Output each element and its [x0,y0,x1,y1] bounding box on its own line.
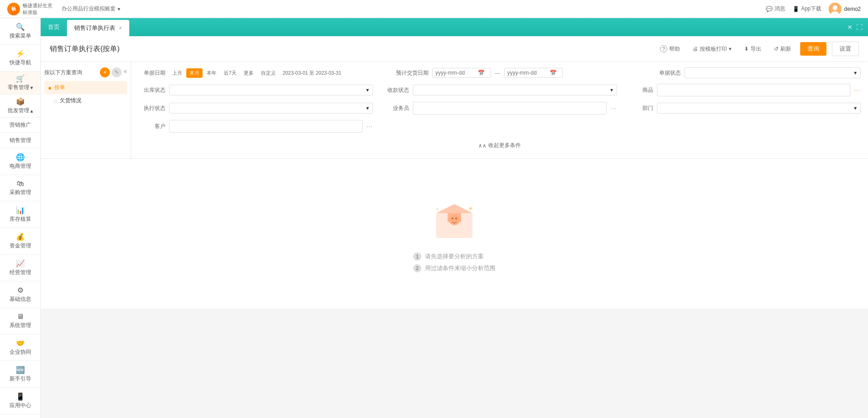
retail-icon: 🛒 [16,74,25,83]
query-button[interactable]: 查询 [800,42,826,56]
delivery-date-end[interactable]: 📅 [504,68,563,78]
exec-status-field: 执行状态 ▾ [138,103,373,114]
app-download-button[interactable]: 📱 App下载 [793,5,821,13]
scheme-item-by-order[interactable]: ● 按单 [44,81,127,94]
sidebar-item-marketing[interactable]: 营销推广 [0,118,40,133]
customer-input[interactable] [169,120,363,133]
svg-text:✦: ✦ [435,207,439,212]
sidebar-item-new-guide[interactable]: 🆕 新手引导 [0,361,40,388]
finance-icon: 💰 [16,233,25,241]
print-dropdown-icon: ▾ [729,46,731,52]
sidebar-item-wholesale[interactable]: 📦 批发管理 ▴ [0,95,40,118]
tab-close-button[interactable]: × [119,25,122,31]
custom-btn[interactable]: 自定义 [258,68,279,78]
tab-expand-icon[interactable]: ⛶ [856,24,863,31]
sidebar-item-search[interactable]: 🔍 搜索菜单 [0,18,40,45]
payment-status-field: 收款状态 ▾ [382,85,617,95]
salesperson-dots-button[interactable]: ··· [610,104,617,112]
delivery-date-start-input[interactable] [435,70,476,76]
order-status-dropdown-icon: ▾ [854,70,857,76]
breadcrumb-dropdown-icon[interactable]: ▾ [118,6,120,12]
operation-icon: 📈 [16,259,25,268]
salesperson-field: 业务员 ··· [382,102,617,114]
sidebar-item-sales-mgmt[interactable]: 销售管理 [0,133,40,148]
sidebar-item-quick-nav[interactable]: ⚡ 快捷导航 [0,45,40,71]
tab-active[interactable]: 销售订单执行表 × [67,20,129,36]
header-left: 畅 畅捷通好生意 标准版 办公用品行业模拟账套 ▾ [7,2,120,15]
date-dash: — [495,70,500,76]
tab-home[interactable]: 首页 [41,18,67,36]
collapse-scheme-button[interactable]: « [123,67,127,77]
logo-text: 畅捷通好生意 标准版 [23,2,52,15]
scheme-item-shortage[interactable]: ○ 欠货情况 [44,94,127,107]
export-button[interactable]: ⬇ 导出 [741,43,765,55]
svg-text:✦: ✦ [468,205,473,212]
this-month-btn[interactable]: 本月 [186,68,203,78]
export-icon: ⬇ [744,46,749,52]
wholesale-expand-icon: ▴ [30,108,33,114]
sidebar-item-retail[interactable]: 🛒 零售管理 ▾ [0,71,40,95]
ecommerce-icon: 🌐 [16,153,25,162]
user-area: demo2 [829,3,861,15]
delivery-date-field: 预计交货日期 📅 — 📅 [396,68,645,78]
settings-button[interactable]: 设置 [832,42,859,56]
add-scheme-button[interactable]: + [100,67,110,77]
sidebar-item-cooperation[interactable]: 🤝 企业协同 [0,334,40,361]
sidebar-item-app-center[interactable]: 📱 应用中心 [0,388,40,414]
messages-button[interactable]: 💬 消息 [766,5,785,13]
sidebar-item-wechat[interactable]: 💬 企业微信 [0,414,40,418]
delivery-status-field: 出库状态 ▾ [138,85,373,95]
department-select[interactable]: ▾ [657,103,861,114]
collapse-more-button[interactable]: ∧∧ 收起更多条件 [478,142,521,149]
retail-expand-icon: ▾ [30,85,33,91]
date-range-text: 2023-03-01 至 2023-03-31 [283,70,341,76]
sidebar-item-inventory[interactable]: 📊 库存核算 [0,201,40,228]
more-btn[interactable]: 更多 [241,68,257,78]
page-title: 销售订单执行表(按单) [50,44,120,54]
product-input[interactable] [657,84,851,96]
empty-illustration: ✦ ✦ [427,195,481,242]
salesperson-input[interactable] [413,102,607,114]
this-year-btn[interactable]: 本年 [203,68,220,78]
order-date-field: 单据日期 上月 本月 本年 近7天 更多 自定义 2023-03-01 至 20… [138,68,387,78]
customer-dots-button[interactable]: ··· [366,123,373,130]
order-status-select[interactable]: ▾ [684,67,861,78]
filter-panel: 按以下方案查询 + ✎ « ● 按单 ○ [41,62,868,159]
scheme-inactive-icon: ○ [53,97,57,104]
filter-row-3: 执行状态 ▾ 业务员 ··· 部门 [138,102,861,114]
exec-status-dropdown-icon: ▾ [366,105,369,111]
sidebar-item-basic[interactable]: ⚙ 基础信息 [0,281,40,308]
date-buttons: 上月 本月 本年 近7天 更多 自定义 [169,68,279,78]
search-icon: 🔍 [16,23,25,31]
refresh-icon: ↺ [774,46,778,52]
payment-status-select[interactable]: ▾ [413,85,617,95]
delivery-date-end-input[interactable] [507,70,548,76]
delivery-status-select[interactable]: ▾ [169,85,373,95]
svg-point-6 [449,214,460,225]
calendar-end-icon[interactable]: 📅 [550,70,557,76]
calendar-start-icon[interactable]: 📅 [478,70,485,76]
help-button[interactable]: ? 帮助 [656,43,684,55]
template-print-button[interactable]: 🖨 按模板打印 ▾ [689,43,735,55]
content-area: 首页 销售订单执行表 × ✕ ⛶ 销售订单执行表(按单) ? 帮助 [41,18,868,418]
sidebar-item-finance[interactable]: 💰 资金管理 [0,228,40,255]
sidebar-item-ecommerce[interactable]: 🌐 电商管理 [0,148,40,175]
purchase-icon: 🛍 [17,180,24,188]
tab-close-all-icon[interactable]: ✕ [847,24,853,31]
sidebar-item-purchase[interactable]: 🛍 采购管理 [0,175,40,201]
refresh-button[interactable]: ↺ 刷新 [770,43,795,55]
tab-bar-end: ✕ ⛶ [842,18,868,36]
filter-footer: ∧∧ 收起更多条件 [138,138,861,153]
avatar [829,3,841,15]
empty-steps: 1 请先选择要分析的方案 2 用过滤条件来缩小分析范围 [413,252,495,272]
exec-status-select[interactable]: ▾ [169,103,373,114]
last-7days-btn[interactable]: 近7天 [221,68,240,78]
product-dots-button[interactable]: ··· [854,86,861,94]
tab-bar: 首页 销售订单执行表 × ✕ ⛶ [41,18,868,36]
last-month-btn[interactable]: 上月 [169,68,185,78]
sidebar-item-operation[interactable]: 📈 经营管理 [0,255,40,281]
edit-scheme-button[interactable]: ✎ [112,67,122,77]
sidebar-item-system[interactable]: 🖥 系统管理 [0,308,40,334]
delivery-date-start[interactable]: 📅 [432,68,491,78]
svg-point-7 [452,218,453,219]
